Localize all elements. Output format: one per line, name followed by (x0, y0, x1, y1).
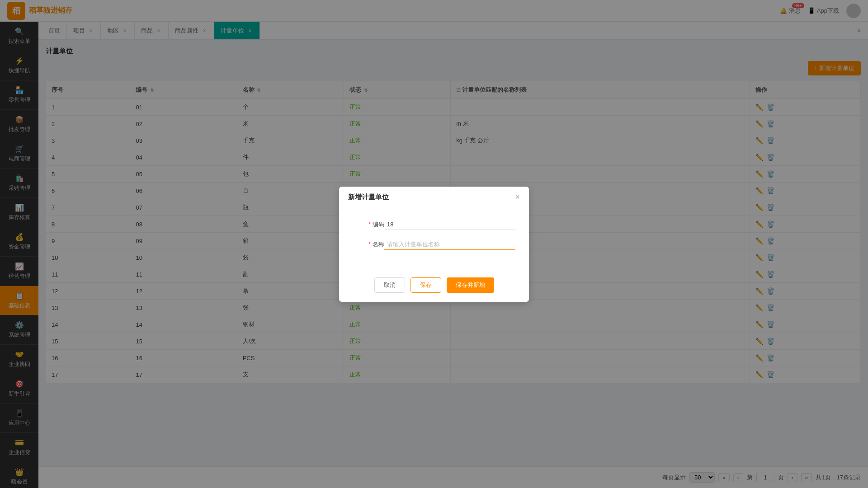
save-and-new-button[interactable]: 保存并新增 (447, 277, 494, 293)
form-label-code: 编码 (353, 221, 384, 229)
save-button[interactable]: 保存 (410, 277, 441, 293)
form-row-code: 编码 (353, 219, 515, 230)
modal-body: 编码 名称 (339, 208, 529, 270)
modal-close-btn[interactable]: × (515, 193, 520, 201)
code-input[interactable] (384, 219, 515, 230)
form-row-name: 名称 (353, 239, 515, 250)
modal-footer: 取消 保存 保存并新增 (339, 270, 529, 302)
modal-add-unit: 新增计量单位 × 编码 名称 取消 保存 保存并新增 (339, 187, 529, 302)
form-label-name: 名称 (353, 240, 384, 249)
modal-overlay[interactable]: 新增计量单位 × 编码 名称 取消 保存 保存并新增 (0, 0, 868, 488)
modal-header: 新增计量单位 × (339, 187, 529, 208)
cancel-button[interactable]: 取消 (374, 277, 405, 293)
modal-title: 新增计量单位 (348, 193, 389, 202)
name-input[interactable] (384, 239, 515, 250)
